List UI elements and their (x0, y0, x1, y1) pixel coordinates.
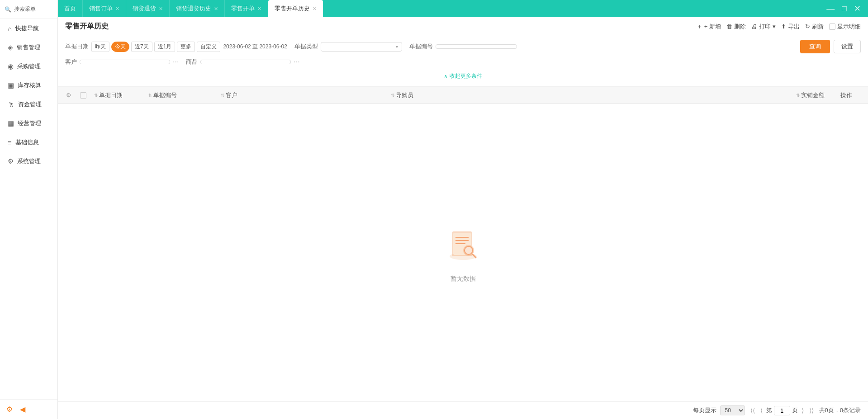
col-setting[interactable]: ⚙ (62, 92, 76, 99)
settings-button[interactable]: 设置 (834, 40, 861, 53)
date-btn-7days[interactable]: 近7天 (131, 42, 152, 52)
tab-sales-order-label: 销售订单 (89, 5, 113, 13)
tab-sales-return[interactable]: 销货退货 ✕ (126, 0, 170, 17)
tab-retail-open[interactable]: 零售开单 ✕ (225, 0, 268, 17)
refresh-icon: ↻ (805, 23, 810, 30)
product-input[interactable] (200, 60, 291, 64)
page-first-button[interactable]: ⟨⟨ (749, 406, 757, 415)
tab-retail-history-label: 零售开单历史 (275, 5, 310, 13)
col-salesperson-header: ⇅ 导购员 (387, 91, 441, 99)
purchase-icon: ◉ (8, 62, 14, 71)
refresh-label: 刷新 (812, 23, 824, 31)
tab-sales-return-close[interactable]: ✕ (159, 6, 163, 12)
tab-sales-order[interactable]: 销售订单 ✕ (83, 0, 126, 17)
product-filter: 商品 ··· (186, 58, 299, 66)
per-page-label: 每页显示 (693, 406, 716, 414)
window-close-icon[interactable]: ✕ (851, 3, 863, 14)
sidebar-item-label: 资金管理 (18, 100, 42, 108)
finance-icon: 🖰 (8, 101, 14, 108)
page-next-button[interactable]: ⟩ (800, 406, 806, 415)
home-icon: ⌂ (8, 25, 12, 33)
number-input[interactable] (436, 44, 517, 49)
col-salesperson-label: 导购员 (396, 91, 413, 99)
print-dropdown-icon[interactable]: ▾ (773, 23, 776, 30)
tab-sales-return-history[interactable]: 销货退货历史 ✕ (170, 0, 225, 17)
page-prev-button[interactable]: ⟨ (759, 406, 764, 415)
header-actions: ＋ + 新增 🗑 删除 🖨 打印 ▾ ⬆ 导出 ↻ (697, 23, 861, 31)
sidebar-item-operation[interactable]: ▦ 经营管理 (0, 114, 57, 133)
sidebar-search[interactable]: 🔍 搜索采单 (0, 0, 57, 19)
customer-dots[interactable]: ··· (173, 58, 179, 66)
empty-text: 暂无数据 (451, 275, 476, 283)
delete-button[interactable]: 🗑 删除 (726, 23, 746, 31)
collapse-up-icon: ∧ (444, 73, 448, 80)
sidebar-item-basic[interactable]: ≡ 基础信息 (0, 133, 57, 152)
print-label: 打印 (759, 23, 771, 31)
sidebar-item-quick-nav[interactable]: ⌂ 快捷导航 (0, 19, 57, 38)
date-range-display: 2023-06-02 至 2023-06-02 (223, 43, 287, 51)
sidebar-item-sales[interactable]: ◈ 销售管理 (0, 38, 57, 57)
tab-home[interactable]: 首页 (58, 0, 83, 17)
type-label: 单据类型 (294, 42, 318, 51)
check-all-checkbox[interactable] (80, 92, 86, 99)
tab-retail-history[interactable]: 零售开单历史 ✕ (268, 0, 323, 17)
total-info: 共0页，0条记录 (819, 406, 861, 414)
col-action-label: 操作 (840, 91, 852, 99)
window-restore-icon[interactable]: □ (839, 3, 849, 14)
refresh-button[interactable]: ↻ 刷新 (805, 23, 824, 31)
customer-input[interactable] (80, 60, 170, 64)
sort-amount-icon[interactable]: ⇅ (796, 93, 800, 98)
system-icon: ⚙ (8, 157, 14, 165)
sales-icon: ◈ (8, 43, 13, 52)
sort-salesperson-icon[interactable]: ⇅ (391, 93, 394, 98)
type-select[interactable]: ▾ (321, 42, 402, 52)
sidebar-item-label: 经营管理 (18, 119, 41, 127)
date-btn-today[interactable]: 今天 (111, 42, 129, 52)
show-detail-label: 显示明细 (837, 23, 861, 31)
detail-checkbox[interactable] (829, 24, 835, 30)
filter-row-2: 客户 ··· 商品 ··· (65, 58, 861, 66)
sidebar-item-label: 基础信息 (15, 138, 39, 146)
sidebar-item-inventory[interactable]: ▣ 库存核算 (0, 76, 57, 95)
number-filter: 单据编号 (409, 42, 517, 51)
empty-state: 暂无数据 (58, 104, 868, 401)
show-detail-checkbox[interactable]: 显示明细 (829, 23, 861, 31)
sort-customer-icon[interactable]: ⇅ (221, 93, 224, 98)
print-button[interactable]: 🖨 打印 ▾ (751, 23, 776, 31)
query-button[interactable]: 查询 (800, 40, 830, 53)
date-btn-more[interactable]: 更多 (177, 42, 195, 52)
export-button[interactable]: ⬆ 导出 (781, 23, 800, 31)
sort-date-icon[interactable]: ⇅ (94, 93, 98, 98)
sidebar: 🔍 搜索采单 ⌂ 快捷导航 ◈ 销售管理 ◉ 采购管理 ▣ 库存核算 🖰 资金管… (0, 0, 58, 419)
date-btn-yesterday[interactable]: 昨天 (91, 42, 109, 52)
date-btn-custom[interactable]: 自定义 (197, 42, 220, 52)
product-label: 商品 (186, 58, 198, 66)
date-btn-1month[interactable]: 近1月 (154, 42, 175, 52)
tab-retail-open-close[interactable]: ✕ (257, 6, 261, 12)
col-check-all[interactable] (76, 92, 90, 99)
per-page-select[interactable]: 50 100 200 (720, 405, 745, 415)
page-label: 第 (766, 406, 772, 414)
sidebar-item-finance[interactable]: 🖰 资金管理 (0, 95, 57, 114)
settings-footer-icon[interactable]: ⚙ (6, 405, 13, 414)
date-filter: 单据日期 昨天 今天 近7天 近1月 更多 自定义 2023-06-02 至 2… (65, 42, 287, 52)
page-last-button[interactable]: ⟩⟩ (807, 406, 816, 415)
window-minimize-icon[interactable]: — (824, 3, 837, 14)
col-number-header: ⇅ 单据编号 (145, 91, 217, 99)
page-input[interactable]: 1 (774, 406, 790, 415)
svg-point-7 (465, 247, 472, 254)
col-customer-label: 客户 (226, 91, 237, 99)
sidebar-item-label: 库存核算 (18, 81, 41, 89)
tab-sales-order-close[interactable]: ✕ (115, 6, 119, 12)
sort-number-icon[interactable]: ⇅ (148, 93, 152, 98)
tab-sales-return-history-close[interactable]: ✕ (214, 6, 218, 12)
new-button[interactable]: ＋ + 新增 (697, 23, 721, 31)
sidebar-item-purchase[interactable]: ◉ 采购管理 (0, 57, 57, 76)
sidebar-item-label: 采购管理 (17, 62, 41, 71)
product-dots[interactable]: ··· (294, 58, 299, 66)
sidebar-item-system[interactable]: ⚙ 系统管理 (0, 152, 57, 171)
collapse-label: 收起更多条件 (450, 72, 482, 80)
tab-retail-history-close[interactable]: ✕ (313, 6, 317, 12)
collapse-bar[interactable]: ∧ 收起更多条件 (65, 71, 861, 82)
collapse-sidebar-icon[interactable]: ◀ (20, 405, 25, 414)
